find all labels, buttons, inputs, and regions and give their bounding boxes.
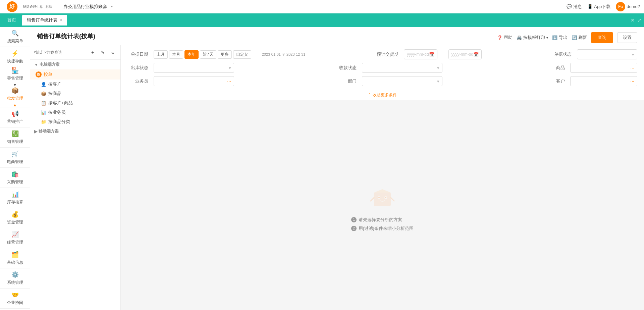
help-icon: ❓	[497, 35, 502, 40]
expected-date-group: yyyy-mm-dd 📅 — yyyy-mm-dd 📅	[404, 49, 482, 59]
app-title-arrow[interactable]: ▾	[111, 5, 113, 8]
sidebar-item-wholesale[interactable]: 📦 批发管理 ▲	[0, 87, 30, 107]
scheme-item-by-category[interactable]: 📁 按商品分类	[38, 117, 120, 126]
collapse-bar[interactable]: ⌃ 收起更多条件	[121, 90, 644, 100]
scheme-item-by-salesman[interactable]: 📊 按业务员	[38, 108, 120, 117]
window-expand-icon[interactable]: ⤢	[637, 17, 641, 23]
out-status-select[interactable]: ▾	[154, 63, 234, 73]
marketing-icon: 📢	[11, 110, 19, 117]
print-button[interactable]: 🖨️ 按模板打印 ▾	[517, 35, 548, 41]
page-content: 按以下方案查询 + ✎ « ▼	[30, 45, 644, 310]
salesman-input[interactable]: ···	[154, 76, 234, 86]
goods-input[interactable]: ···	[570, 63, 637, 73]
scheme-item-by-customer[interactable]: 👤 按客户	[38, 80, 120, 89]
search-icon: 🔍	[11, 30, 19, 37]
date-range-text: 2023-01-01 至 2023-12-31	[262, 52, 306, 57]
add-scheme-button[interactable]: +	[89, 49, 96, 56]
date-group: 上月 本月 本年 近7天 更多 自定义	[154, 50, 251, 59]
user-menu[interactable]: Ea demo2	[616, 2, 640, 11]
by-goods-label: 按商品	[48, 91, 61, 97]
left-panel: 按以下方案查询 + ✎ « ▼	[30, 45, 121, 310]
status-select[interactable]: ▾	[577, 49, 637, 59]
expected-date-start[interactable]: yyyy-mm-dd 📅	[404, 49, 437, 59]
last7-btn[interactable]: 近7天	[200, 50, 216, 59]
sidebar-item-marketing[interactable]: 📢 营销推广	[0, 107, 30, 127]
by-goods-icon: 📦	[41, 91, 46, 96]
this-month-btn[interactable]: 本月	[169, 50, 183, 59]
customer-ellipsis[interactable]: ···	[630, 79, 634, 84]
message-button[interactable]: 💬 消息	[567, 4, 582, 10]
by-cust-goods-icon: 📋	[41, 101, 46, 106]
tab-home[interactable]: 首页	[3, 15, 21, 25]
sidebar-item-operation[interactable]: 📈 经营管理	[0, 228, 30, 248]
scheme-item-by-order[interactable]: 按 按单	[30, 69, 120, 80]
sidebar-item-sales[interactable]: 💹 销售管理	[0, 127, 30, 148]
mobile-category-label: 移动端方案	[39, 128, 59, 134]
expected-date-start-placeholder: yyyy-mm-dd	[407, 52, 429, 57]
more-date-btn[interactable]: 更多	[218, 50, 232, 59]
window-close-icon[interactable]: ✕	[631, 17, 635, 23]
quick-nav-icon: ⚡	[11, 50, 19, 57]
app-title[interactable]: 办公用品行业模拟账套	[63, 4, 107, 10]
sidebar-item-purchase[interactable]: 🛍️ 采购管理	[0, 168, 30, 188]
empty-tips: 1 请先选择要分析的方案 2 用[过滤]条件来缩小分析范围	[351, 217, 413, 231]
sidebar-item-search-menu[interactable]: 🔍 搜索菜单	[0, 27, 30, 47]
sidebar-item-newbie[interactable]: 🎯 新手引导	[0, 309, 30, 310]
download-icon: 📱	[587, 4, 593, 9]
settings-button[interactable]: 设置	[617, 32, 637, 43]
sidebar-item-quick-nav[interactable]: ⚡ 快捷导航	[0, 47, 30, 67]
by-cust-goods-label: 按客户+商品	[48, 100, 73, 106]
sidebar-label-system: 系统管理	[7, 280, 23, 286]
payment-status-select[interactable]: ▾	[362, 63, 442, 73]
sidebar-item-system[interactable]: ⚙️ 系统管理	[0, 268, 30, 289]
this-year-btn[interactable]: 本年	[184, 50, 199, 59]
sidebar-item-finance[interactable]: 💰 资金管理	[0, 208, 30, 228]
calendar-icon-1: 📅	[429, 52, 434, 57]
app-download-button[interactable]: 📱 App下载	[587, 4, 610, 10]
collapse-panel-button[interactable]: «	[109, 49, 116, 56]
message-icon: 💬	[567, 4, 572, 9]
svg-line-5	[371, 198, 374, 201]
sales-icon: 💹	[11, 130, 19, 138]
filters-section: 单据日期 上月 本月 本年 近7天 更多 自定义 2023-01-01 至 20…	[121, 45, 644, 90]
expected-date-end-placeholder: yyyy-mm-dd	[451, 52, 473, 57]
sidebar-label-search: 搜索菜单	[7, 38, 23, 44]
tab-bar: 首页 销售订单统计表 × ✕ ⤢	[0, 13, 644, 27]
goods-ellipsis[interactable]: ···	[630, 65, 634, 70]
sidebar: 🔍 搜索菜单 ⚡ 快捷导航 🏪 零售管理 ▼ 📦 批发管理 ▲ 📢 营销推广 💹…	[0, 27, 30, 310]
sidebar-item-inventory[interactable]: 📊 库存核算	[0, 188, 30, 208]
tab-sales-stats[interactable]: 销售订单统计表 ×	[22, 15, 67, 25]
date-separator: —	[439, 52, 447, 57]
help-button[interactable]: ❓ 帮助	[497, 35, 513, 41]
scheme-item-by-goods[interactable]: 📦 按商品	[38, 89, 120, 98]
expected-date-label: 预计交货期	[374, 51, 401, 57]
dept-label: 部门	[336, 78, 359, 84]
query-button[interactable]: 查询	[591, 32, 613, 43]
custom-date-btn[interactable]: 自定义	[233, 50, 251, 59]
expected-date-end[interactable]: yyyy-mm-dd 📅	[448, 49, 482, 59]
last-month-btn[interactable]: 上月	[154, 50, 168, 59]
action-bar: ❓ 帮助 🖨️ 按模板打印 ▾ ⬇️ 导出 🔄 刷新	[497, 32, 637, 45]
scheme-item-by-cust-goods[interactable]: 📋 按客户+商品	[38, 98, 120, 108]
mobile-category[interactable]: ▶ 移动端方案	[30, 126, 120, 136]
sidebar-item-retail[interactable]: 🏪 零售管理 ▼	[0, 67, 30, 87]
refresh-button[interactable]: 🔄 刷新	[572, 35, 587, 41]
salesman-ellipsis[interactable]: ···	[227, 79, 231, 84]
sidebar-label-basic: 基础信息	[7, 260, 23, 265]
panel-header: 按以下方案查询 + ✎ «	[30, 45, 120, 60]
edit-scheme-button[interactable]: ✎	[99, 49, 106, 56]
dept-select[interactable]: ▾	[362, 76, 442, 86]
sidebar-item-ecommerce[interactable]: 🛒 电商管理	[0, 148, 30, 168]
top-bar: 好 畅捷通好生意 标版 办公用品行业模拟账套 ▾ 💬 消息 📱 App下载 Ea…	[0, 0, 644, 13]
tab-close-icon[interactable]: ×	[60, 18, 62, 22]
sidebar-item-basic[interactable]: 🗂️ 基础信息	[0, 248, 30, 268]
page-header: 销售订单统计表(按单) ❓ 帮助 🖨️ 按模板打印 ▾ ⬇️ 导出	[30, 27, 644, 45]
export-button[interactable]: ⬇️ 导出	[552, 35, 568, 41]
pc-category[interactable]: ▼ 电脑端方案	[30, 60, 120, 69]
header-actions: ❓ 帮助 🖨️ 按模板打印 ▾ ⬇️ 导出 🔄 刷新	[497, 32, 637, 45]
sidebar-item-coop[interactable]: 🤝 企业协同	[0, 289, 30, 309]
empty-tip-1: 1 请先选择要分析的方案	[351, 217, 413, 223]
tab-home-label: 首页	[7, 17, 16, 23]
avatar-initials: Ea	[618, 4, 623, 9]
customer-input[interactable]: ···	[570, 76, 637, 86]
